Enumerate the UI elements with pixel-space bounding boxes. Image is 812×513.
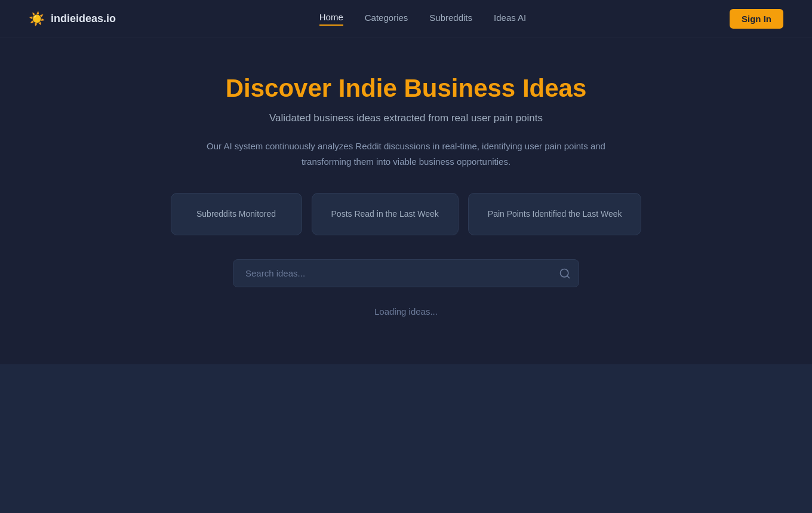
- nav-links: Home Categories Subreddits Ideas AI: [319, 12, 527, 26]
- search-container: [233, 259, 579, 287]
- stats-row: Subreddits Monitored Posts Read in the L…: [171, 193, 642, 235]
- brand-logo[interactable]: ☀️ indieideas.io: [29, 11, 116, 27]
- nav-link-ideas-ai[interactable]: Ideas AI: [494, 13, 526, 25]
- stat-label-posts: Posts Read in the Last Week: [331, 209, 439, 219]
- hero-subtitle: Validated business ideas extracted from …: [269, 112, 543, 124]
- nav-link-home[interactable]: Home: [319, 12, 343, 26]
- hero-title: Discover Indie Business Ideas: [226, 74, 587, 103]
- nav-link-categories[interactable]: Categories: [365, 13, 408, 25]
- svg-line-1: [567, 275, 570, 278]
- hero-description: Our AI system continuously analyzes Redd…: [203, 139, 609, 169]
- loading-text: Loading ideas...: [374, 306, 438, 317]
- stat-card-subreddits: Subreddits Monitored: [171, 193, 302, 235]
- search-icon: [559, 268, 571, 279]
- hero-section: Discover Indie Business Ideas Validated …: [0, 38, 812, 364]
- search-input[interactable]: [233, 259, 579, 287]
- stat-card-pain-points: Pain Points Identified the Last Week: [468, 193, 642, 235]
- navbar: ☀️ indieideas.io Home Categories Subredd…: [0, 0, 812, 38]
- nav-actions: Sign In: [730, 9, 783, 29]
- brand-icon: ☀️: [29, 11, 45, 27]
- search-button[interactable]: [559, 268, 571, 279]
- stat-card-posts: Posts Read in the Last Week: [312, 193, 459, 235]
- stat-label-subreddits: Subreddits Monitored: [196, 209, 276, 219]
- stat-label-pain-points: Pain Points Identified the Last Week: [488, 209, 622, 219]
- brand-name: indieideas.io: [51, 13, 116, 25]
- bottom-section: [0, 364, 812, 513]
- sign-in-button[interactable]: Sign In: [730, 9, 783, 29]
- nav-link-subreddits[interactable]: Subreddits: [429, 13, 472, 25]
